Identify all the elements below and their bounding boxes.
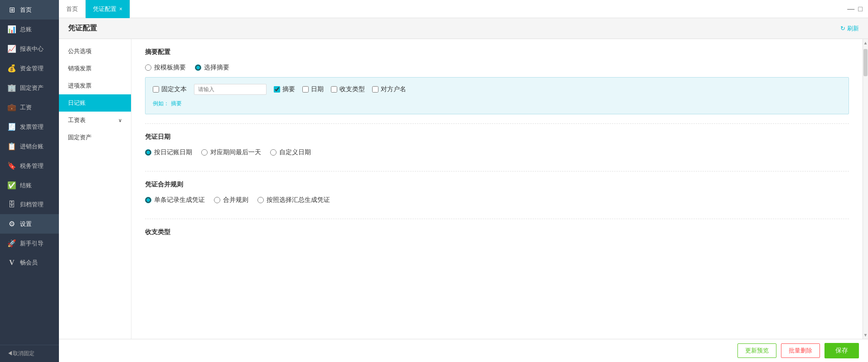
income-expense-section: 收支类型 [145,228,849,253]
tab-voucher-config[interactable]: 凭证配置 × [86,0,130,18]
batch-delete-button[interactable]: 批量删除 [781,343,820,358]
sidebar-item-guide[interactable]: 🚀 新手引导 [0,234,59,253]
tab-bar: 首页 凭证配置 × — □ [59,0,868,18]
nav-item-journal[interactable]: 日记账 [59,94,131,112]
counterpart-checkbox[interactable] [372,86,378,93]
summary-radio-group: 按模板摘要 选择摘要 [145,64,849,72]
nav-item-purchase-invoice[interactable]: 进项发票 [59,77,131,94]
nav-item-payroll[interactable]: 工资表 ∨ [59,112,131,129]
date-checkbox[interactable] [302,86,309,93]
summary-box: 固定文本 摘要 日期 [145,77,849,114]
summary-section: 摘要配置 按模板摘要 选择摘要 [145,48,849,124]
fund-icon: 💰 [7,64,16,73]
scrollbar: ▲ ▼ [863,39,868,339]
scroll-thumb[interactable] [863,49,868,76]
sidebar-item-close[interactable]: ✅ 结账 [0,176,59,195]
sidebar-item-settings[interactable]: ⚙ 设置 [0,214,59,234]
sidebar-item-archive[interactable]: 🗄 归档管理 [0,195,59,214]
bottom-bar: 更新预览 批量删除 保存 [59,339,868,362]
home-icon: ⊞ [7,5,16,14]
summary-title: 摘要配置 [145,48,849,56]
sidebar-item-tax[interactable]: 🔖 税务管理 [0,156,59,176]
invoice-icon: 🧾 [7,122,16,131]
radio-merge-rule[interactable]: 合并规则 [214,196,248,204]
example-value: 摘要 [171,100,182,107]
body-layout: 公共选项 销项发票 进项发票 日记账 工资表 ∨ 固定资产 [59,39,868,339]
fixed-text-checkbox[interactable] [153,86,159,93]
tab-controls: — □ [847,5,868,13]
sidebar-item-ledger[interactable]: 📊 总账 [0,20,59,39]
content: 凭证配置 ↻ 刷新 公共选项 销项发票 进项发票 日记账 [59,18,868,362]
settings-icon: ⚙ [7,220,16,228]
scroll-down-arrow[interactable]: ▼ [863,331,868,339]
sidebar-item-invoice[interactable]: 🧾 发票管理 [0,117,59,137]
merge-section: 凭证合并规则 单条记录生成凭证 合并规则 按照选择汇总生成凭证 [145,181,849,219]
refresh-button[interactable]: ↻ 刷新 [840,24,859,33]
checkbox-row: 固定文本 摘要 日期 [153,84,841,95]
checkbox-counterpart[interactable]: 对方户名 [372,85,406,93]
sidebar-item-home[interactable]: ⊞ 首页 [0,0,59,20]
radio-template-input[interactable] [145,64,151,71]
ledger-icon: 📊 [7,25,16,34]
tax-icon: 🔖 [7,161,16,170]
merge-radio-group: 单条记录生成凭证 合并规则 按照选择汇总生成凭证 [145,196,849,204]
sidebar-item-purchase[interactable]: 📋 进销台账 [0,137,59,156]
checkbox-date[interactable]: 日期 [302,85,324,93]
left-nav: 公共选项 销项发票 进项发票 日记账 工资表 ∨ 固定资产 [59,39,131,339]
maximize-button[interactable]: □ [858,5,863,13]
checkbox-income-type[interactable]: 收支类型 [331,85,365,93]
radio-custom-input[interactable] [270,149,276,156]
radio-period-input[interactable] [201,149,208,156]
page-header: 凭证配置 ↻ 刷新 [59,18,868,39]
scroll-up-arrow[interactable]: ▲ [863,39,868,47]
radio-summary-voucher[interactable]: 按照选择汇总生成凭证 [257,196,330,204]
sidebar-toggle[interactable]: ◀取消固定 [0,345,59,362]
income-expense-title: 收支类型 [145,228,849,236]
radio-template-summary[interactable]: 按模板摘要 [145,64,186,72]
radio-merge-input[interactable] [214,197,220,203]
date-title: 凭证日期 [145,133,849,141]
radio-single-input[interactable] [145,197,151,203]
sidebar-item-salary[interactable]: 💼 工资 [0,98,59,117]
income-type-checkbox[interactable] [331,86,337,93]
checkbox-fixed-text[interactable]: 固定文本 [153,85,187,93]
refresh-icon: ↻ [840,25,845,32]
radio-select-summary[interactable]: 选择摘要 [195,64,229,72]
radio-summary-input[interactable] [257,197,264,203]
guide-icon: 🚀 [7,239,16,248]
merge-title: 凭证合并规则 [145,181,849,189]
sidebar: ⊞ 首页 📊 总账 📈 报表中心 💰 资金管理 🏢 固定资产 💼 工资 🧾 发票… [0,0,59,362]
radio-journal-date[interactable]: 按日记账日期 [145,148,192,157]
report-icon: 📈 [7,44,16,53]
assets-icon: 🏢 [7,83,16,92]
purchase-icon: 📋 [7,142,16,151]
sidebar-item-assets[interactable]: 🏢 固定资产 [0,78,59,98]
abstract-checkbox[interactable] [274,86,280,93]
form-area: 摘要配置 按模板摘要 选择摘要 [131,39,863,339]
sidebar-item-fund[interactable]: 💰 资金管理 [0,59,59,78]
radio-period-last[interactable]: 对应期间最后一天 [201,148,261,157]
radio-custom-date[interactable]: 自定义日期 [270,148,311,157]
radio-select-input[interactable] [195,64,201,71]
nav-item-sales-invoice[interactable]: 销项发票 [59,60,131,77]
sidebar-item-member[interactable]: V 畅会员 [0,253,59,272]
nav-item-public[interactable]: 公共选项 [59,43,131,60]
member-icon: V [7,259,16,267]
update-preview-button[interactable]: 更新预览 [737,343,776,358]
radio-journal-input[interactable] [145,149,151,156]
main-area: 首页 凭证配置 × — □ 凭证配置 ↻ 刷新 公共选项 [59,0,868,362]
scroll-track [863,47,868,331]
close-accounts-icon: ✅ [7,181,16,190]
chevron-down-icon: ∨ [118,117,122,123]
sidebar-item-report[interactable]: 📈 报表中心 [0,39,59,59]
checkbox-abstract[interactable]: 摘要 [274,85,295,93]
save-button[interactable]: 保存 [824,343,859,358]
fixed-text-input[interactable] [194,84,267,95]
tab-home[interactable]: 首页 [59,0,86,18]
tab-close-icon[interactable]: × [119,6,122,12]
nav-item-fixed-assets[interactable]: 固定资产 [59,129,131,146]
minimize-button[interactable]: — [847,5,854,13]
radio-single-record[interactable]: 单条记录生成凭证 [145,196,205,204]
date-radio-group: 按日记账日期 对应期间最后一天 自定义日期 [145,148,849,157]
example-label: 例如： [153,100,169,107]
